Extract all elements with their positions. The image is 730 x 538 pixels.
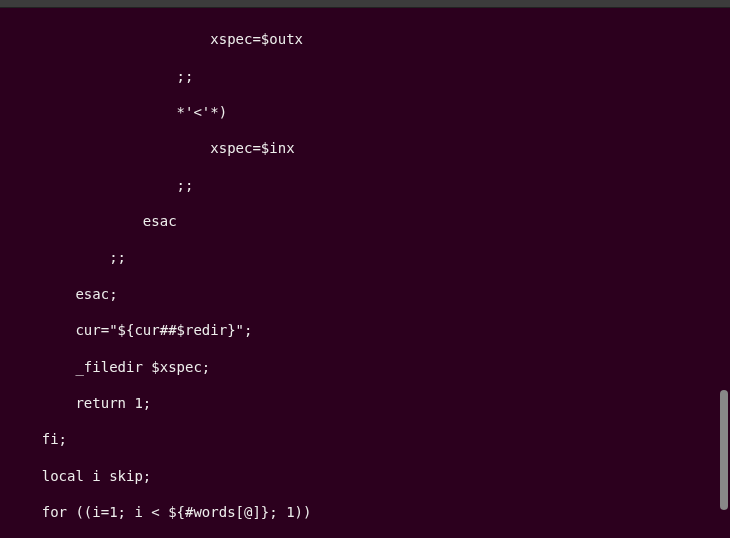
- code-line: for ((i=1; i < ${#words[@]}; 1)): [8, 503, 722, 521]
- code-line: fi;: [8, 430, 722, 448]
- code-line: xspec=$inx: [8, 139, 722, 157]
- code-line: _filedir $xspec;: [8, 358, 722, 376]
- scrollbar-thumb[interactable]: [720, 390, 728, 510]
- code-line: esac: [8, 212, 722, 230]
- code-line: ;;: [8, 248, 722, 266]
- code-line: esac;: [8, 285, 722, 303]
- terminal-output[interactable]: xspec=$outx ;; *'<'*) xspec=$inx ;; esac…: [0, 8, 730, 538]
- code-line: local i skip;: [8, 467, 722, 485]
- code-line: ;;: [8, 176, 722, 194]
- window-titlebar: [0, 0, 730, 8]
- code-line: cur="${cur##$redir}";: [8, 321, 722, 339]
- code-line: xspec=$outx: [8, 30, 722, 48]
- code-line: return 1;: [8, 394, 722, 412]
- code-line: ;;: [8, 67, 722, 85]
- code-line: *'<'*): [8, 103, 722, 121]
